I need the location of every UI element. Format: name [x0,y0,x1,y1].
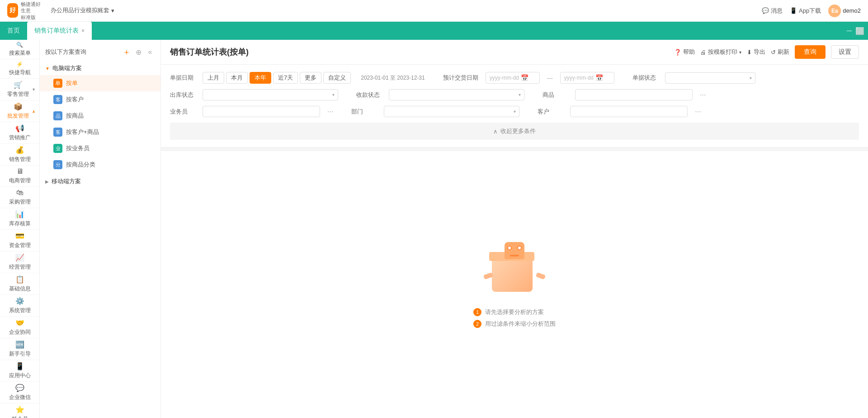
salesperson-input[interactable] [203,106,320,117]
delivery-status-select-wrap: ▾ [203,89,338,100]
tab-home[interactable]: 首页 [0,22,27,40]
customer-input[interactable] [570,106,688,117]
sidebar-item-appcenter[interactable]: 📱 应用中心 [0,360,39,382]
scheme-item-by-order[interactable]: 单 按单 [40,75,160,91]
scheme-section-mobile: ▶ 移动端方案 [40,175,160,188]
navtabs: 首页 销售订单统计表 × ─ ⬜ [0,22,868,40]
empty-hint-2: 2 用过滤条件来缩小分析范围 [473,320,556,328]
settings-button[interactable]: 设置 [831,45,859,59]
scheme-item-by-customer[interactable]: 客 按客户 [40,91,160,108]
logo-area: 好 畅捷通好生意 标准版 [7,1,43,20]
delivery-status-select[interactable] [203,89,338,100]
topbar-left: 好 畅捷通好生意 标准版 办公用品行业模拟账套 ▾ [7,1,118,20]
date-end-input[interactable]: yyyy-mm-dd 📅 [560,72,614,84]
scheme-section-pc-title[interactable]: ▼ 电脑端方案 [40,62,160,75]
operations-icon: 📈 [15,253,24,262]
payment-status-select[interactable] [389,89,524,100]
goods-input[interactable] [575,89,693,100]
export-button[interactable]: ⬇ 导出 [747,48,765,56]
scheme-section-mobile-title[interactable]: ▶ 移动端方案 [40,175,160,188]
customer-more-icon[interactable]: ··· [695,108,701,116]
scheme-section-pc: ▼ 电脑端方案 单 按单 客 按客户 品 按商品 客 按客户+商品 [40,62,160,173]
this-month-btn[interactable]: 本月 [226,72,248,84]
department-select[interactable] [384,106,519,117]
ecommerce-icon: 🖥 [16,167,24,176]
help-button[interactable]: ❓ 帮助 [674,48,695,56]
sidebar-item-inventory[interactable]: 📊 库存核算 [0,208,39,230]
scheme-item-by-customer-goods[interactable]: 客 按客户+商品 [40,124,160,140]
salesperson-more-icon[interactable]: ··· [327,108,333,116]
sidebar-item-newuser[interactable]: 🆕 新手引导 [0,338,39,360]
sidebar-item-enterprise[interactable]: 🤝 企业协同 [0,317,39,338]
app-download-button[interactable]: 📱 App下载 [790,7,821,15]
edit-scheme-button[interactable]: ⊕ [133,47,143,57]
avatar: Ea [828,5,841,17]
collapse-scheme-button[interactable]: « [145,47,155,57]
print-button[interactable]: 🖨 按模板打印 ▾ [700,48,741,56]
doc-status-select[interactable] [665,72,755,84]
sidebar-item-member[interactable]: ⭐ 畅会员 [0,404,39,418]
sidebar-item-basics[interactable]: 📋 基础信息 [0,273,39,295]
scheme-item-by-goods-category[interactable]: 分 按商品分类 [40,157,160,173]
chevron-up-icon: ▴ [33,109,35,114]
sidebar-item-corpwx[interactable]: 💬 企业微信 [0,382,39,404]
collapse-bar[interactable]: ∧ 收起更多条件 [170,123,859,140]
sidebar-item-wholesale[interactable]: 📦 批发管理 ▴ [0,100,39,122]
more-btn[interactable]: 更多 [300,72,321,84]
empty-hints: 1 请先选择要分析的方案 2 用过滤条件来缩小分析范围 [473,308,556,332]
logo-icon: 好 [7,3,18,18]
date-range-text: 2023-01-01 至 2023-12-31 [361,74,425,82]
sidebar-item-operations[interactable]: 📈 经营管理 [0,252,39,273]
goods-more-icon[interactable]: ··· [700,91,706,99]
sidebar-item-purchase[interactable]: 🛍 采购管理 [0,187,39,208]
sidebar-item-ecommerce[interactable]: 🖥 电商管理 [0,166,39,187]
refresh-button[interactable]: ↺ 刷新 [771,48,789,56]
chevron-down-icon: ▾ [111,7,114,14]
sidebar-item-retail[interactable]: 🛒 零售管理 ▾ [0,79,39,100]
minimize-icon[interactable]: ─ [847,27,852,35]
this-year-btn[interactable]: 本年 [250,72,271,84]
robot-mouth [510,255,519,256]
filter-row-1: 单据日期 上月 本月 本年 近7天 更多 自定义 2023-01-01 至 20… [170,72,859,84]
nav-icon: ⚡ [16,61,23,67]
delivery-status-label: 出库状态 [170,91,195,99]
scheme-item-by-goods[interactable]: 品 按商品 [40,108,160,124]
industry-selector[interactable]: 办公用品行业模拟账套 ▾ [47,5,118,16]
page-header-actions: ❓ 帮助 🖨 按模板打印 ▾ ⬇ 导出 ↺ 刷新 [674,45,859,59]
message-icon: 💬 [762,7,769,14]
sidebar-item-system[interactable]: ⚙️ 系统管理 [0,295,39,317]
query-button[interactable]: 查询 [795,45,826,59]
export-icon: ⬇ [747,49,752,56]
box-body [492,258,533,292]
calendar-icon: 📅 [595,74,603,81]
message-button[interactable]: 💬 消息 [762,7,783,15]
robot-eye-right [517,246,522,250]
robot-hand-right [536,272,546,280]
tab-controls: ─ ⬜ [847,27,868,35]
date-start-input[interactable]: yyyy-mm-dd 📅 [486,72,540,84]
tab-close-icon[interactable]: × [81,28,85,34]
goods-label: 商品 [542,91,568,99]
corpwx-icon: 💬 [15,384,24,392]
sidebar-search[interactable]: 🔍 搜索菜单 [0,40,39,59]
add-scheme-button[interactable]: ＋ [122,47,132,57]
page-header: 销售订单统计表(按单) ❓ 帮助 🖨 按模板打印 ▾ ⬇ 导出 [161,40,868,65]
tab-sales-stats[interactable]: 销售订单统计表 × [27,22,92,40]
maximize-icon[interactable]: ⬜ [855,27,864,35]
scheme-item-by-salesperson[interactable]: 业 按业务员 [40,140,160,157]
sidebar-item-finance[interactable]: 💳 资金管理 [0,230,39,252]
sidebar-quick-nav[interactable]: ⚡ 快捷导航 [0,59,39,79]
user-area[interactable]: Ea demo2 [828,5,861,17]
refresh-icon: ↺ [771,49,776,56]
customer-label: 客户 [538,108,563,116]
topbar: 好 畅捷通好生意 标准版 办公用品行业模拟账套 ▾ 💬 消息 📱 App下载 E… [0,0,868,22]
newuser-icon: 🆕 [15,340,24,349]
main-content: 销售订单统计表(按单) ❓ 帮助 🖨 按模板打印 ▾ ⬇ 导出 [161,40,868,418]
last-month-btn[interactable]: 上月 [203,72,224,84]
chevron-down-icon: ▼ [45,66,50,71]
date-quick-btns: 上月 本月 本年 近7天 更多 自定义 [203,72,351,84]
last7-btn[interactable]: 近7天 [273,72,298,84]
sidebar-item-marketing[interactable]: 📢 营销推广 [0,122,39,144]
custom-btn[interactable]: 自定义 [323,72,351,84]
sidebar-item-sales[interactable]: 💰 销售管理 [0,144,39,166]
